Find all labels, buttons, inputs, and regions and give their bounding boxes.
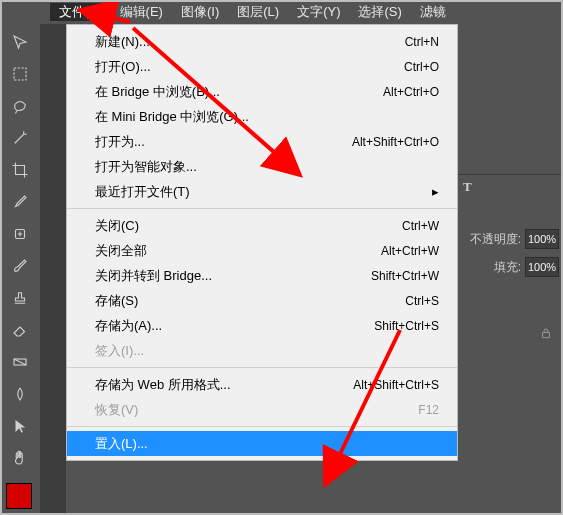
opacity-value[interactable]: 100% <box>525 229 559 249</box>
menu-item-label: 最近打开文件(T) <box>95 183 429 201</box>
menubar: 文件(F) 编辑(E) 图像(I) 图层(L) 文字(Y) 选择(S) 滤镜 <box>0 0 563 24</box>
heal-tool-icon[interactable] <box>6 220 34 248</box>
toolbar-margin <box>40 24 66 515</box>
lasso-tool-icon[interactable] <box>6 92 34 120</box>
svg-rect-3 <box>543 332 550 337</box>
menu-item[interactable]: 关闭全部Alt+Ctrl+W <box>67 238 457 263</box>
foreground-color-swatch[interactable] <box>6 483 32 509</box>
menu-item-shortcut: Alt+Ctrl+O <box>319 85 439 99</box>
menu-item-label: 关闭并转到 Bridge... <box>95 267 319 285</box>
menu-item-label: 关闭全部 <box>95 242 319 260</box>
menu-edit[interactable]: 编辑(E) <box>111 3 172 21</box>
menu-item-label: 新建(N)... <box>95 33 319 51</box>
menu-item-shortcut: Shift+Ctrl+W <box>319 269 439 283</box>
menu-item-label: 在 Bridge 中浏览(B)... <box>95 83 319 101</box>
menu-item[interactable]: 打开为智能对象... <box>67 154 457 179</box>
opacity-label: 不透明度: <box>470 231 521 248</box>
menu-item[interactable]: 存储(S)Ctrl+S <box>67 288 457 313</box>
menu-separator <box>67 426 457 427</box>
lock-icon[interactable] <box>457 321 563 345</box>
opacity-row: 不透明度: 100% <box>457 225 563 253</box>
menu-item-shortcut: F12 <box>319 403 439 417</box>
menu-item-label: 存储为(A)... <box>95 317 319 335</box>
menu-image[interactable]: 图像(I) <box>172 3 228 21</box>
menu-item[interactable]: 在 Mini Bridge 中浏览(G)... <box>67 104 457 129</box>
eraser-tool-icon[interactable] <box>6 316 34 344</box>
brush-tool-icon[interactable] <box>6 252 34 280</box>
menu-file[interactable]: 文件(F) <box>50 3 111 21</box>
menu-item-label: 打开为... <box>95 133 319 151</box>
eyedropper-tool-icon[interactable] <box>6 188 34 216</box>
menu-item-label: 打开为智能对象... <box>95 158 439 176</box>
tool-panel <box>0 24 41 515</box>
svg-rect-0 <box>14 68 26 80</box>
menu-type[interactable]: 文字(Y) <box>288 3 349 21</box>
menu-item: 签入(I)... <box>67 338 457 363</box>
menu-item-label: 在 Mini Bridge 中浏览(G)... <box>95 108 439 126</box>
menu-select[interactable]: 选择(S) <box>349 3 410 21</box>
menu-item[interactable]: 关闭并转到 Bridge...Shift+Ctrl+W <box>67 263 457 288</box>
fill-row: 填充: 100% <box>457 253 563 281</box>
move-tool-icon[interactable] <box>6 28 34 56</box>
menu-item-shortcut: Ctrl+O <box>319 60 439 74</box>
crop-tool-icon[interactable] <box>6 156 34 184</box>
marquee-tool-icon[interactable] <box>6 60 34 88</box>
menu-item-label: 存储(S) <box>95 292 319 310</box>
menu-item-label: 打开(O)... <box>95 58 319 76</box>
wand-tool-icon[interactable] <box>6 124 34 152</box>
menu-item-shortcut: Alt+Shift+Ctrl+O <box>319 135 439 149</box>
menu-item-shortcut: Alt+Ctrl+W <box>319 244 439 258</box>
menu-separator <box>67 367 457 368</box>
menu-item-shortcut: Shift+Ctrl+S <box>319 319 439 333</box>
type-tab[interactable]: T <box>457 174 563 199</box>
menu-item: 恢复(V)F12 <box>67 397 457 422</box>
menu-item[interactable]: 在 Bridge 中浏览(B)...Alt+Ctrl+O <box>67 79 457 104</box>
menu-item[interactable]: 关闭(C)Ctrl+W <box>67 213 457 238</box>
menu-item-label: 恢复(V) <box>95 401 319 419</box>
menu-item[interactable]: 最近打开文件(T)▸ <box>67 179 457 204</box>
menu-item[interactable]: 存储为(A)...Shift+Ctrl+S <box>67 313 457 338</box>
menu-item[interactable]: 存储为 Web 所用格式...Alt+Shift+Ctrl+S <box>67 372 457 397</box>
menu-item-label: 存储为 Web 所用格式... <box>95 376 319 394</box>
right-panel: T 不透明度: 100% 填充: 100% <box>457 24 563 515</box>
menu-item[interactable]: 新建(N)...Ctrl+N <box>67 29 457 54</box>
menu-item-shortcut: Ctrl+W <box>319 219 439 233</box>
fill-label: 填充: <box>494 259 521 276</box>
menu-item[interactable]: 置入(L)... <box>67 431 457 456</box>
menu-item[interactable]: 打开(O)...Ctrl+O <box>67 54 457 79</box>
hand-tool-icon[interactable] <box>6 444 34 472</box>
menu-layer[interactable]: 图层(L) <box>228 3 288 21</box>
stamp-tool-icon[interactable] <box>6 284 34 312</box>
fill-value[interactable]: 100% <box>525 257 559 277</box>
menu-filter[interactable]: 滤镜 <box>411 3 455 21</box>
file-menu: 新建(N)...Ctrl+N打开(O)...Ctrl+O在 Bridge 中浏览… <box>66 24 458 461</box>
menu-item-label: 签入(I)... <box>95 342 439 360</box>
menu-item-label: 置入(L)... <box>95 435 439 453</box>
menu-item-shortcut: Ctrl+N <box>319 35 439 49</box>
path-select-tool-icon[interactable] <box>6 412 34 440</box>
menu-item-label: 关闭(C) <box>95 217 319 235</box>
submenu-arrow-icon: ▸ <box>429 184 439 199</box>
menu-item-shortcut: Alt+Shift+Ctrl+S <box>319 378 439 392</box>
menu-separator <box>67 208 457 209</box>
menu-item[interactable]: 打开为...Alt+Shift+Ctrl+O <box>67 129 457 154</box>
blur-tool-icon[interactable] <box>6 380 34 408</box>
menu-item-shortcut: Ctrl+S <box>319 294 439 308</box>
gradient-tool-icon[interactable] <box>6 348 34 376</box>
